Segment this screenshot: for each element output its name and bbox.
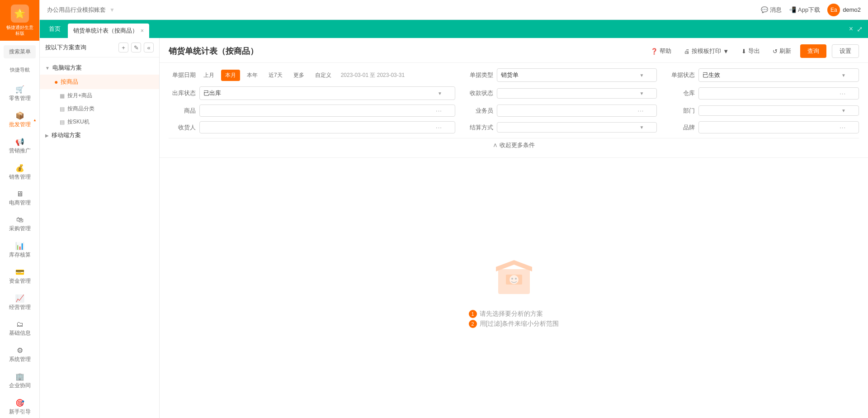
- filter-field-doc-status: 单据状态 已生效 ▼: [668, 68, 859, 82]
- payment-method-input[interactable]: ▼: [497, 122, 657, 133]
- corp-icon: 🏢: [2, 372, 38, 381]
- quick-nav[interactable]: 快捷导航: [4, 64, 36, 76]
- filter-field-staff: 业务员 ···: [466, 104, 657, 117]
- tree-item-by-category-label: 按商品分类: [67, 105, 94, 113]
- tree-group-desktop-label: 电脑端方案: [52, 64, 82, 72]
- add-scheme-button[interactable]: +: [118, 43, 128, 52]
- sidebar-item-finance[interactable]: 💳 资金管理: [0, 263, 39, 290]
- settings-button[interactable]: 设置: [832, 44, 859, 58]
- tree-item-by-month-product[interactable]: ▦ 按月+商品: [40, 89, 159, 102]
- query-button[interactable]: 查询: [800, 44, 826, 58]
- purchase-label: 采购管理: [2, 225, 38, 233]
- warehouse-label: 仓库: [668, 89, 695, 97]
- sidebar-item-retail[interactable]: 🛒 零售管理: [0, 81, 39, 107]
- refresh-button[interactable]: ↺ 刷新: [769, 45, 795, 57]
- tab-maximize-icon[interactable]: ⤢: [857, 25, 863, 33]
- staff-control: ···: [497, 104, 657, 117]
- product-input[interactable]: ···: [199, 104, 455, 117]
- empty-hint-1: 1 请先选择要分析的方案: [469, 310, 559, 318]
- dept-control: ▼: [698, 105, 859, 116]
- help-icon: ❓: [651, 48, 658, 55]
- date-tab-this-month[interactable]: 本月: [221, 70, 240, 81]
- date-tab-custom[interactable]: 自定义: [311, 70, 335, 81]
- tab-active-label: 销货单统计表（按商品）: [73, 27, 138, 35]
- staff-input[interactable]: ···: [497, 104, 657, 117]
- inventory-icon: 📊: [2, 242, 38, 250]
- sidebar-item-purchase[interactable]: 🛍 采购管理: [0, 211, 39, 237]
- template-print-label: 按模板打印: [692, 47, 721, 55]
- stock-status-input[interactable]: 已出库 ▼: [199, 86, 455, 100]
- sidebar-item-basic[interactable]: 🗂 基础信息: [0, 316, 39, 342]
- tree-group-desktop-header[interactable]: ▼ 电脑端方案: [40, 61, 159, 75]
- tree-item-icon-product: ●: [54, 78, 58, 86]
- template-print-button[interactable]: 🖨 按模板打印 ▼: [680, 45, 732, 57]
- wholesale-icon: 📦: [2, 111, 38, 120]
- export-button[interactable]: ⬇ 导出: [738, 45, 764, 57]
- date-tab-more[interactable]: 更多: [289, 70, 308, 81]
- sidebar-item-marketing[interactable]: 📢 营销推广: [0, 133, 39, 159]
- tab-close-window-icon[interactable]: ×: [849, 25, 853, 33]
- message-button[interactable]: 💬 消息: [761, 6, 782, 14]
- sidebar-item-wholesale[interactable]: 📦 批发管理 ▲: [0, 107, 39, 133]
- pay-status-input[interactable]: ▼: [497, 88, 657, 99]
- edit-scheme-button[interactable]: ✎: [131, 43, 141, 52]
- help-button[interactable]: ❓ 帮助: [647, 45, 675, 57]
- payment-method-dropdown-icon: ▼: [640, 125, 644, 130]
- sidebar-item-system[interactable]: ⚙ 系统管理: [0, 342, 39, 368]
- date-tab-this-year[interactable]: 本年: [243, 70, 262, 81]
- tab-home[interactable]: 首页: [42, 20, 68, 38]
- filter-field-brand: 品牌 ···: [668, 121, 859, 133]
- date-tab-7days[interactable]: 近7天: [264, 70, 287, 81]
- filter-field-product: 商品 ···: [169, 104, 455, 117]
- corp-label: 企业协同: [2, 382, 38, 390]
- tree-icon-category: ▤: [60, 106, 65, 112]
- search-menu-button[interactable]: 搜索菜单: [4, 45, 36, 58]
- right-panel: 销货单统计表（按商品） ❓ 帮助 🖨 按模板打印 ▼ ⬇ 导出: [160, 38, 868, 418]
- warehouse-input[interactable]: ···: [698, 87, 859, 100]
- doc-type-value: 销货单: [501, 71, 519, 79]
- operation-icon: 📈: [2, 294, 38, 303]
- left-panel-actions: + ✎ «: [118, 43, 154, 52]
- sidebar-item-sales[interactable]: 💰 销售管理: [0, 159, 39, 185]
- tree-item-by-product[interactable]: ● 按商品: [40, 75, 159, 89]
- tree-item-by-sku-label: 按SKU机: [67, 118, 90, 126]
- doc-type-dropdown-icon: ▼: [640, 73, 644, 78]
- export-label: 导出: [748, 47, 760, 55]
- retail-label: 零售管理: [2, 95, 38, 102]
- print-dropdown-icon: ▼: [723, 48, 729, 55]
- app-download-button[interactable]: 📲 App下载: [789, 6, 820, 14]
- dept-dropdown-icon: ▼: [841, 108, 846, 113]
- doc-type-input[interactable]: 销货单 ▼: [497, 68, 657, 82]
- tree-group-mobile-header[interactable]: ▶ 移动端方案: [40, 128, 159, 142]
- basic-label: 基础信息: [2, 329, 38, 337]
- tab-close-icon[interactable]: ×: [141, 28, 144, 34]
- sidebar-item-operation[interactable]: 📈 经营管理: [0, 290, 39, 316]
- doc-status-value: 已生效: [703, 71, 720, 79]
- filter-row-1: 单据日期 上月 本月 本年 近7天 更多 自定义 2023-03-01 至 20…: [169, 68, 859, 82]
- receiver-dots: ···: [436, 124, 442, 131]
- collapse-panel-button[interactable]: «: [144, 43, 154, 52]
- doc-status-input[interactable]: 已生效 ▼: [698, 68, 859, 82]
- filter-area: 单据日期 上月 本月 本年 近7天 更多 自定义 2023-03-01 至 20…: [160, 63, 868, 158]
- tab-active[interactable]: 销货单统计表（按商品） ×: [68, 24, 149, 38]
- pay-status-control: ▼: [497, 88, 657, 99]
- date-tab-last-month[interactable]: 上月: [199, 70, 218, 81]
- empty-hint-2: 2 用[过滤]条件来缩小分析范围: [469, 320, 559, 328]
- sidebar-item-ecommerce[interactable]: 🖥 电商管理: [0, 185, 39, 211]
- logo-text: 畅捷通好生意 标版: [6, 24, 33, 36]
- dept-input[interactable]: ▼: [698, 105, 859, 116]
- wholesale-label: 批发管理: [2, 121, 38, 128]
- collapse-more-button[interactable]: ∧ 收起更多条件: [169, 138, 859, 152]
- ecommerce-label: 电商管理: [2, 199, 38, 207]
- page-title-bar: 销货单统计表（按商品） ❓ 帮助 🖨 按模板打印 ▼ ⬇ 导出: [160, 38, 868, 63]
- filter-field-dept: 部门 ▼: [668, 105, 859, 116]
- sidebar-item-inventory[interactable]: 📊 库存核算: [0, 237, 39, 263]
- receiver-input[interactable]: ···: [199, 121, 455, 133]
- sidebar-item-corp[interactable]: 🏢 企业协同: [0, 368, 39, 394]
- brand-input[interactable]: ···: [698, 121, 859, 133]
- tree-item-by-sku[interactable]: ▤ 按SKU机: [40, 115, 159, 128]
- tree-item-by-category[interactable]: ▤ 按商品分类: [40, 102, 159, 115]
- sidebar-item-newbie[interactable]: 🎯 新手引导: [0, 394, 39, 418]
- purchase-icon: 🛍: [2, 216, 38, 224]
- user-profile[interactable]: Ea demo2: [827, 4, 861, 16]
